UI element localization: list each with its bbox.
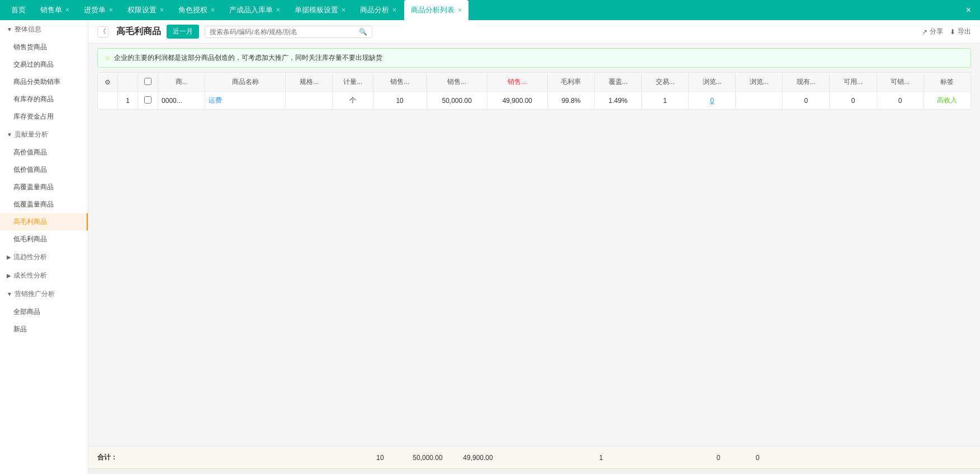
col-header-check[interactable] <box>138 73 158 92</box>
cell-name[interactable]: 运费 <box>205 92 286 110</box>
close-purchase-order[interactable]: × <box>109 7 113 13</box>
sidebar-item-low-margin[interactable]: 低毛利商品 <box>0 231 88 248</box>
cell-num: 1 <box>118 92 138 110</box>
sidebar: ▼ 整体信息 销售货商品 交易过的商品 商品分类助销率 有库存的商品 库存资金占… <box>0 20 88 474</box>
arrow-overall-icon: ▼ <box>7 26 12 32</box>
info-banner: ☆ 企业的主要的利润都是这部分商品创造的，可考虑加大推广，同时关注库存量不要出现… <box>97 48 971 68</box>
nav-template-settings[interactable]: 单据模板设置 × <box>288 0 352 20</box>
close-product-analysis[interactable]: × <box>392 7 396 13</box>
sidebar-item-low-value[interactable]: 低价值商品 <box>0 161 88 179</box>
close-role-auth[interactable]: × <box>211 7 215 13</box>
footer-label: 合计： <box>97 453 117 462</box>
header-actions: ↗ 分享 ⬇ 导出 <box>922 27 971 36</box>
sidebar-group-contribution[interactable]: ▼ 贡献量分析 <box>0 125 88 144</box>
nav-permission-settings[interactable]: 权限设置 × <box>121 0 171 20</box>
content-area: 《 高毛利商品 近一月 🔍 ↗ 分享 ⬇ 导出 ☆ 企业的主要的利润都是这部 <box>88 20 980 474</box>
close-permission-settings[interactable]: × <box>160 7 164 13</box>
col-header-current[interactable]: 现有... <box>783 73 830 92</box>
sidebar-item-sales-goods[interactable]: 销售货商品 <box>0 39 88 56</box>
arrow-growth-icon: ▶ <box>7 273 11 279</box>
row-checkbox[interactable] <box>144 96 152 104</box>
nav-home[interactable]: 首页 <box>4 0 32 20</box>
sidebar-item-in-stock[interactable]: 有库存的商品 <box>0 91 88 108</box>
sidebar-group-growth[interactable]: ▶ 成长性分析 <box>0 266 88 285</box>
table-container: ⚙ 商... 商品名称 规格... 计量... <box>88 72 980 446</box>
page-title: 高毛利商品 <box>116 26 161 37</box>
col-header-trans[interactable]: 交易... <box>642 73 689 92</box>
col-header-name[interactable]: 商品名称 <box>205 73 286 92</box>
nav-role-auth[interactable]: 角色授权 × <box>172 0 221 20</box>
sidebar-item-traded-goods[interactable]: 交易过的商品 <box>0 56 88 73</box>
content-header: 《 高毛利商品 近一月 🔍 ↗ 分享 ⬇ 导出 <box>88 20 980 44</box>
search-input[interactable] <box>210 28 359 36</box>
search-box-container: 🔍 <box>205 26 372 38</box>
sidebar-item-high-value[interactable]: 高价值商品 <box>0 144 88 161</box>
search-icon[interactable]: 🔍 <box>359 28 367 36</box>
cell-trans: 1 <box>642 92 689 110</box>
col-header-sale-profit[interactable]: 销售... <box>487 73 547 92</box>
sidebar-item-new-goods[interactable]: 新品 <box>0 321 88 338</box>
footer-sale-amount: 50,000.00 <box>403 454 453 462</box>
col-header-cover[interactable]: 覆盖... <box>594 73 641 92</box>
cell-spec <box>286 92 333 110</box>
footer-sale-profit: 49,900.00 <box>453 454 503 462</box>
col-header-unit[interactable]: 计量... <box>333 73 373 92</box>
nav-purchase-order[interactable]: 进货单 × <box>77 0 120 20</box>
arrow-trend-icon: ▶ <box>7 254 11 260</box>
collapse-sidebar-button[interactable]: 《 <box>97 26 108 37</box>
sidebar-item-stock-capital[interactable]: 库存资金占用 <box>0 108 88 125</box>
cell-code: 0000... <box>158 92 205 110</box>
cell-unit: 个 <box>333 92 373 110</box>
close-template-settings[interactable]: × <box>342 7 345 13</box>
sidebar-item-low-coverage[interactable]: 低覆盖量商品 <box>0 196 88 213</box>
sidebar-group-marketing[interactable]: ▼ 营销推广分析 <box>0 285 88 303</box>
col-header-sell[interactable]: 可销... <box>877 73 924 92</box>
cell-check[interactable] <box>138 92 158 110</box>
col-header-code[interactable]: 商... <box>158 73 205 92</box>
col-header-tag[interactable]: 标签 <box>924 73 970 92</box>
close-product-inbound[interactable]: × <box>276 7 280 13</box>
sidebar-item-category-rate[interactable]: 商品分类助销率 <box>0 73 88 91</box>
horizontal-scrollbar[interactable] <box>88 468 980 474</box>
sidebar-group-trend[interactable]: ▶ 流趋性分析 <box>0 248 88 266</box>
main-layout: ▼ 整体信息 销售货商品 交易过的商品 商品分类助销率 有库存的商品 库存资金占… <box>0 20 980 474</box>
cell-sale-amount: 50,000.00 <box>427 92 487 110</box>
col-header-spec[interactable]: 规格... <box>286 73 333 92</box>
select-all-checkbox[interactable] <box>144 78 152 85</box>
nav-product-inbound[interactable]: 产成品入库单 × <box>222 0 287 20</box>
cell-sale-profit: 49,900.00 <box>487 92 547 110</box>
footer-current: 0 <box>699 454 738 462</box>
col-header-settings[interactable]: ⚙ <box>98 73 118 92</box>
cell-avail: 0 <box>830 92 877 110</box>
col-header-num <box>118 73 138 92</box>
share-icon: ↗ <box>922 28 927 36</box>
share-button[interactable]: ↗ 分享 <box>922 27 943 36</box>
col-header-browse1[interactable]: 浏览... <box>689 73 736 92</box>
close-product-analysis-list[interactable]: × <box>458 7 462 13</box>
nav-sales-order[interactable]: 销售单 × <box>34 0 76 20</box>
sidebar-item-all-goods[interactable]: 全部商品 <box>0 303 88 321</box>
sidebar-item-high-coverage[interactable]: 高覆盖量商品 <box>0 179 88 196</box>
footer-margin <box>503 454 542 462</box>
col-header-sale-qty[interactable]: 销售... <box>373 73 427 92</box>
cell-sale-qty: 10 <box>373 92 427 110</box>
sidebar-item-high-margin[interactable]: 高毛利商品 <box>0 213 88 231</box>
sidebar-group-overall[interactable]: ▼ 整体信息 <box>0 20 88 39</box>
col-header-avail[interactable]: 可用... <box>830 73 877 92</box>
col-header-margin[interactable]: 毛利率 <box>547 73 594 92</box>
table-row: 1 0000... 运费 个 10 50,000.00 49,900.00 99… <box>98 92 971 110</box>
close-all-tabs[interactable]: × <box>962 5 976 15</box>
col-header-browse2[interactable]: 浏览... <box>736 73 783 92</box>
cell-sell: 0 <box>877 92 924 110</box>
close-sales-order[interactable]: × <box>65 7 69 13</box>
footer-summary: 合计： 10 50,000.00 49,900.00 <box>88 446 980 468</box>
export-button[interactable]: ⬇ 导出 <box>950 27 971 36</box>
nav-product-analysis[interactable]: 商品分析 × <box>353 0 403 20</box>
footer-browse1 <box>621 454 660 462</box>
filter-recent-month[interactable]: 近一月 <box>167 25 199 39</box>
footer-browse2 <box>660 454 699 462</box>
nav-product-analysis-list[interactable]: 商品分析列表 × <box>404 0 468 20</box>
cell-browse1[interactable]: 0 <box>689 92 736 110</box>
col-header-sale-amount[interactable]: 销售... <box>427 73 487 92</box>
export-icon: ⬇ <box>950 28 955 36</box>
